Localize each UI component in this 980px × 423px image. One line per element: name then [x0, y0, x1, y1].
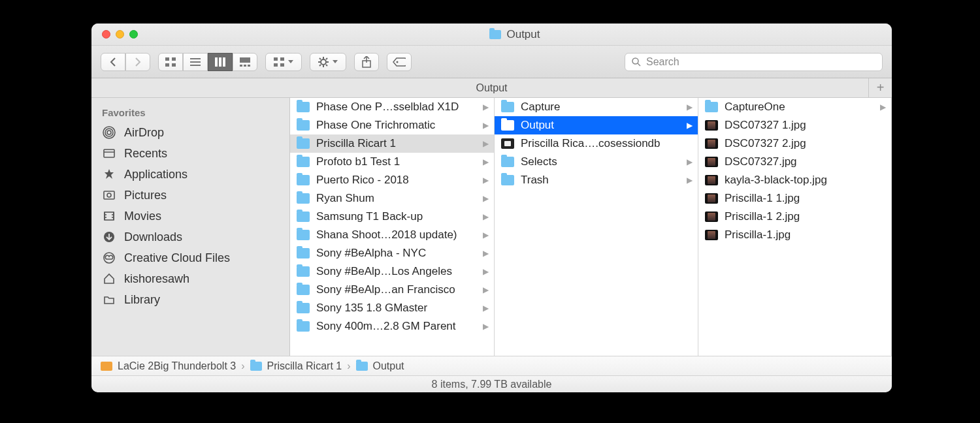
airdrop-icon [102, 125, 116, 140]
view-column-button[interactable] [208, 53, 233, 71]
folder-row[interactable]: Ryan Shum▶ [290, 189, 494, 208]
file-row[interactable]: Priscilla-1.jpg [698, 226, 891, 244]
file-row[interactable]: Priscilla-1 1.jpg [698, 189, 891, 208]
file-row[interactable]: kayla-3-black-top.jpg [698, 171, 891, 189]
sidebar-item-movies[interactable]: Movies [91, 206, 289, 227]
tab-output[interactable]: Output [91, 82, 892, 94]
view-list-button[interactable] [183, 53, 208, 71]
arrange-button[interactable] [265, 53, 302, 71]
folder-icon [297, 303, 310, 313]
folder-row[interactable]: Sony 400m…2.8 GM Parent▶ [290, 317, 494, 336]
folder-row[interactable]: Profoto b1 Test 1▶ [290, 153, 494, 171]
path-segment[interactable]: Output [373, 360, 404, 372]
column-1[interactable]: Phase One P…sselblad X1D▶Phase One Trich… [290, 98, 495, 356]
chevron-right-icon: ▶ [483, 249, 489, 258]
item-name: Sony 400m…2.8 GM Parent [316, 320, 476, 333]
sidebar-item-library[interactable]: Library [91, 289, 289, 310]
folder-icon [356, 362, 368, 371]
search-placeholder: Search [646, 56, 679, 68]
status-text: 8 items, 7.99 TB available [432, 379, 552, 390]
library-icon [102, 292, 116, 307]
chevron-right-icon: ▶ [483, 212, 489, 221]
svg-rect-37 [104, 191, 114, 199]
sidebar-item-label: kishoresawh [124, 272, 189, 286]
folder-row[interactable]: Sony #BeAlpha - NYC▶ [290, 244, 494, 262]
search-input[interactable]: Search [625, 53, 883, 71]
item-name: Priscilla-1 1.jpg [725, 192, 886, 205]
folder-icon [297, 212, 310, 222]
sidebar-item-pictures[interactable]: Pictures [91, 185, 289, 206]
sidebar-item-recents[interactable]: Recents [91, 143, 289, 164]
folder-icon [297, 138, 310, 149]
sidebar-item-downloads[interactable]: Downloads [91, 227, 289, 247]
svg-rect-4 [190, 58, 201, 59]
sidebar-item-creative-cloud[interactable]: Creative Cloud Files [91, 247, 289, 268]
chevron-right-icon: ▶ [483, 194, 489, 203]
path-segment[interactable]: Priscilla Ricart 1 [267, 360, 342, 372]
share-icon [362, 56, 371, 68]
folder-row[interactable]: Sony #BeAlp…an Francisco▶ [290, 281, 494, 299]
share-button[interactable] [354, 53, 379, 71]
chevron-right-icon: ▶ [880, 102, 886, 112]
sidebar-item-label: AirDrop [124, 126, 164, 140]
svg-line-26 [319, 65, 321, 66]
folder-row[interactable]: Phase One P…sselblad X1D▶ [290, 98, 494, 116]
item-name: Sony 135 1.8 GMaster [316, 302, 476, 315]
folder-icon [297, 285, 310, 295]
window-title: Output [506, 28, 540, 41]
item-name: Phase One P…sselblad X1D [316, 101, 476, 114]
folder-row[interactable]: Capture▶ [495, 98, 698, 116]
svg-rect-14 [274, 57, 278, 61]
folder-icon [501, 175, 514, 185]
file-row[interactable]: DSC07327 1.jpg [698, 116, 891, 134]
view-gallery-button[interactable] [233, 53, 257, 71]
action-button[interactable] [310, 53, 346, 71]
path-segment[interactable]: LaCie 2Big Thunderbolt 3 [118, 360, 236, 372]
folder-row[interactable]: Priscilla Ricart 1▶ [290, 134, 494, 153]
folder-row[interactable]: Phase One Trichromatic▶ [290, 116, 494, 134]
folder-row[interactable]: CaptureOne▶ [698, 98, 891, 116]
column-3[interactable]: CaptureOne▶DSC07327 1.jpgDSC07327 2.jpgD… [698, 98, 892, 356]
minimize-button[interactable] [116, 30, 124, 39]
close-button[interactable] [102, 30, 110, 39]
svg-rect-0 [165, 57, 169, 61]
column-2[interactable]: Capture▶Output▶Priscilla Rica….cosession… [495, 98, 698, 356]
folder-row[interactable]: Output▶ [495, 116, 698, 134]
back-button[interactable] [101, 53, 125, 71]
recents-icon [102, 146, 116, 161]
applications-icon [102, 167, 116, 181]
new-tab-button[interactable]: + [868, 78, 892, 97]
tags-button[interactable] [387, 53, 412, 71]
file-row[interactable]: DSC07327.jpg [698, 153, 891, 171]
sidebar-item-airdrop[interactable]: AirDrop [91, 122, 289, 143]
folder-row[interactable]: Shana Shoot…2018 update)▶ [290, 226, 494, 244]
item-name: DSC07327.jpg [725, 155, 886, 168]
item-name: CaptureOne [725, 101, 874, 114]
maximize-button[interactable] [129, 30, 138, 39]
folder-icon [501, 120, 514, 131]
folder-row[interactable]: Puerto Rico - 2018▶ [290, 171, 494, 189]
sidebar-item-home[interactable]: kishoresawh [91, 268, 289, 289]
sidebar-item-applications[interactable]: Applications [91, 164, 289, 185]
svg-rect-7 [215, 57, 218, 67]
forward-button[interactable] [125, 53, 150, 71]
folder-row[interactable]: Selects▶ [495, 153, 698, 171]
view-icon-button[interactable] [158, 53, 183, 71]
svg-point-38 [107, 193, 111, 197]
folder-row[interactable]: Sony #BeAlp…Los Angeles▶ [290, 262, 494, 281]
file-row[interactable]: Priscilla Rica….cosessiondb [495, 134, 698, 153]
item-name: Selects [521, 155, 680, 168]
gallery-icon [240, 57, 250, 67]
file-row[interactable]: Priscilla-1 2.jpg [698, 208, 891, 226]
svg-point-33 [105, 129, 113, 136]
svg-point-29 [397, 61, 399, 63]
folder-row[interactable]: Sony 135 1.8 GMaster▶ [290, 299, 494, 317]
creative-cloud-icon [102, 251, 116, 265]
file-row[interactable]: DSC07327 2.jpg [698, 134, 891, 153]
svg-rect-2 [165, 63, 169, 67]
folder-row[interactable]: Samsung T1 Back-up▶ [290, 208, 494, 226]
folder-row[interactable]: Trash▶ [495, 171, 698, 189]
svg-rect-17 [280, 63, 284, 67]
toolbar: Search [91, 46, 892, 78]
chevron-right-icon: ▶ [687, 157, 693, 166]
